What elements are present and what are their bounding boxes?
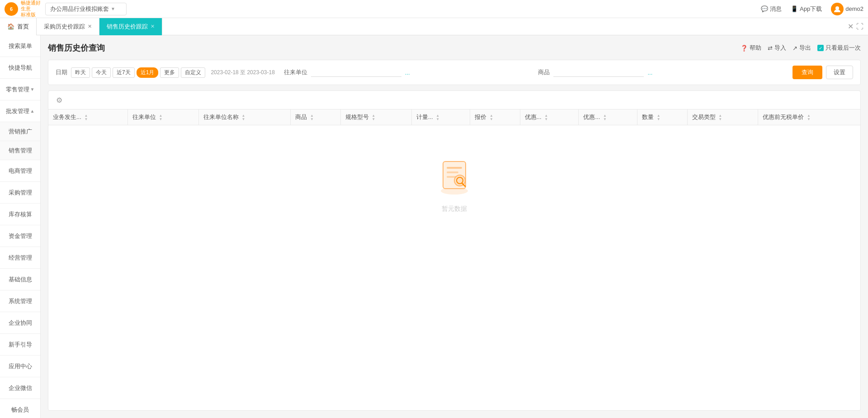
sidebar-item-finance[interactable]: 资金管理 — [0, 225, 40, 247]
message-button[interactable]: 💬 消息 — [761, 5, 782, 13]
only-last-label: 只看最后一次 — [826, 44, 861, 52]
sort-arrows-7: ▲▼ — [544, 114, 548, 121]
empty-icon — [432, 152, 477, 198]
retail-arrow-icon: ▼ — [30, 87, 35, 92]
sidebar-marketing-label: 营销推广 — [9, 128, 32, 136]
sidebar-vip-label: 畅会员 — [11, 406, 29, 414]
col-trade-type[interactable]: 交易类型 ▲▼ — [687, 109, 758, 125]
col-discount2[interactable]: 优惠... ▲▼ — [579, 109, 637, 125]
date-filter-group: 日期 昨天 今天 近7天 近1月 更多 自定义 2023-02-18 至 202… — [56, 67, 275, 78]
date-btn-yesterday[interactable]: 昨天 — [71, 67, 90, 78]
empty-text: 暂元数据 — [442, 205, 467, 213]
user-menu[interactable]: demo2 — [831, 3, 863, 15]
col-discount1-label: 优惠... — [525, 114, 542, 120]
sidebar-item-wholesale[interactable]: 批发管理 ▲ — [0, 100, 40, 122]
date-btn-custom[interactable]: 自定义 — [181, 67, 205, 78]
sort-arrows-0: ▲▼ — [84, 114, 88, 121]
sidebar-item-operations[interactable]: 经营管理 — [0, 247, 40, 269]
col-from-unit[interactable]: 往来单位 ▲▼ — [127, 109, 198, 125]
app-download-button[interactable]: 📱 App下载 — [791, 5, 822, 13]
col-discount1[interactable]: 优惠... ▲▼ — [520, 109, 579, 125]
sidebar-item-app-center[interactable]: 应用中心 — [0, 356, 40, 377]
export-button[interactable]: ↗ 导出 — [793, 44, 811, 52]
tab-sales[interactable]: 销售历史价跟踪 ✕ — [99, 18, 162, 35]
sidebar-retail-label: 零售管理 — [6, 86, 29, 94]
col-quote-price[interactable]: 报价 ▲▼ — [470, 109, 520, 125]
col-no-tax-price[interactable]: 优惠前无税单价 ▲▼ — [758, 109, 860, 125]
import-button[interactable]: ⇄ 导入 — [768, 44, 786, 52]
sidebar-ecommerce-label: 电商管理 — [9, 167, 32, 175]
export-icon: ↗ — [793, 45, 797, 52]
sidebar-item-vip[interactable]: 畅会员 — [0, 399, 40, 418]
sidebar-item-quick-nav[interactable]: 快捷导航 — [0, 57, 40, 79]
tab-bar: 🏠 首页 采购历史价跟踪 ✕ 销售历史价跟踪 ✕ ✕ ⛶ — [0, 18, 868, 35]
sidebar-item-enterprise[interactable]: 企业协同 — [0, 312, 40, 334]
sidebar-item-inventory[interactable]: 库存核算 — [0, 204, 40, 225]
top-header: 6 畅捷通好生意 标准版 办公用品行业模拟账套 ▼ 💬 消息 📱 App下载 d… — [0, 0, 868, 18]
message-icon: 💬 — [761, 5, 768, 12]
maximize-button[interactable]: ⛶ — [856, 23, 863, 31]
filter-settings-button[interactable]: 设置 — [826, 66, 853, 79]
query-button[interactable]: 查询 — [793, 66, 822, 79]
sidebar-item-guide[interactable]: 新手引导 — [0, 334, 40, 356]
sort-arrows-3: ▲▼ — [310, 114, 314, 121]
svg-point-2 — [835, 6, 839, 10]
from-unit-input[interactable] — [311, 68, 401, 77]
tab-purchase-close[interactable]: ✕ — [88, 24, 92, 29]
help-icon: ❓ — [741, 45, 748, 52]
sidebar-item-wechat[interactable]: 企业微信 — [0, 377, 40, 399]
sidebar-item-marketing[interactable]: 营销推广 — [0, 122, 40, 141]
date-filter-label: 日期 — [56, 68, 67, 76]
date-btn-7days[interactable]: 近7天 — [113, 67, 135, 78]
empty-state: 暂元数据 — [48, 125, 860, 240]
tab-sales-close[interactable]: ✕ — [151, 24, 155, 29]
tab-sales-label: 销售历史价跟踪 — [107, 23, 148, 31]
date-btn-more[interactable]: 更多 — [160, 67, 179, 78]
col-business-date[interactable]: 业务发生... ▲▼ — [48, 109, 127, 125]
logo-text: 畅捷通好生意 标准版 — [21, 0, 41, 18]
sidebar-item-sales-mgmt[interactable]: 销售管理 — [0, 141, 40, 160]
sidebar-item-retail[interactable]: 零售管理 ▼ — [0, 79, 40, 100]
table-container: ⚙ 业务发生... ▲▼ 往来单位 ▲▼ — [48, 90, 861, 411]
sidebar-system-label: 系统管理 — [9, 297, 32, 305]
sidebar-item-ecommerce[interactable]: 电商管理 — [0, 160, 40, 182]
goods-input[interactable] — [553, 68, 644, 77]
close-all-tabs-button[interactable]: ✕ — [848, 22, 854, 31]
filter-bar: 日期 昨天 今天 近7天 近1月 更多 自定义 2023-02-18 至 202… — [48, 60, 861, 85]
date-btn-today[interactable]: 今天 — [92, 67, 111, 78]
sidebar-quick-nav-label: 快捷导航 — [9, 64, 32, 72]
content-area: 销售历史价查询 ❓ 帮助 ⇄ 导入 ↗ 导出 ✓ — [41, 35, 868, 418]
tab-home[interactable]: 🏠 首页 — [0, 18, 37, 35]
col-from-unit-label: 往来单位 — [132, 114, 156, 120]
date-btn-1month[interactable]: 近1月 — [137, 67, 159, 78]
workspace-selector[interactable]: 办公用品行业模拟账套 ▼ — [45, 3, 127, 15]
goods-picker-button[interactable]: ... — [647, 69, 652, 76]
sidebar-item-purchase[interactable]: 采购管理 — [0, 182, 40, 204]
table-header-row: 业务发生... ▲▼ 往来单位 ▲▼ 往来单位名称 ▲▼ — [48, 109, 860, 125]
sidebar-inventory-label: 库存核算 — [9, 210, 32, 218]
only-last-checkbox[interactable]: ✓ 只看最后一次 — [817, 44, 861, 52]
phone-icon: 📱 — [791, 5, 798, 12]
col-quantity[interactable]: 数量 ▲▼ — [637, 109, 687, 125]
goods-filter: 商品 ... — [538, 68, 783, 77]
sidebar-item-search[interactable]: 搜索菜单 — [0, 35, 40, 57]
table-settings-icon[interactable]: ⚙ — [54, 95, 65, 105]
tab-purchase[interactable]: 采购历史价跟踪 ✕ — [37, 18, 99, 35]
sort-arrows-9: ▲▼ — [657, 114, 660, 121]
col-goods[interactable]: 商品 ▲▼ — [291, 109, 340, 125]
sidebar-item-system[interactable]: 系统管理 — [0, 290, 40, 312]
sidebar-item-basic-info[interactable]: 基础信息 — [0, 269, 40, 290]
col-quote-price-label: 报价 — [475, 114, 486, 120]
message-label: 消息 — [770, 5, 782, 13]
help-button[interactable]: ❓ 帮助 — [741, 44, 761, 52]
col-spec[interactable]: 规格型号 ▲▼ — [340, 109, 411, 125]
col-from-unit-name[interactable]: 往来单位名称 ▲▼ — [198, 109, 291, 125]
table-wrapper: 业务发生... ▲▼ 往来单位 ▲▼ 往来单位名称 ▲▼ — [48, 109, 860, 410]
sort-arrows-1: ▲▼ — [159, 114, 163, 121]
sidebar-enterprise-label: 企业协同 — [9, 319, 32, 327]
from-unit-picker-button[interactable]: ... — [405, 69, 410, 76]
page-title: 销售历史价查询 — [48, 43, 105, 53]
page-content: 销售历史价查询 ❓ 帮助 ⇄ 导入 ↗ 导出 ✓ — [41, 35, 868, 418]
svg-text:6: 6 — [10, 6, 13, 12]
col-unit[interactable]: 计量... ▲▼ — [411, 109, 470, 125]
